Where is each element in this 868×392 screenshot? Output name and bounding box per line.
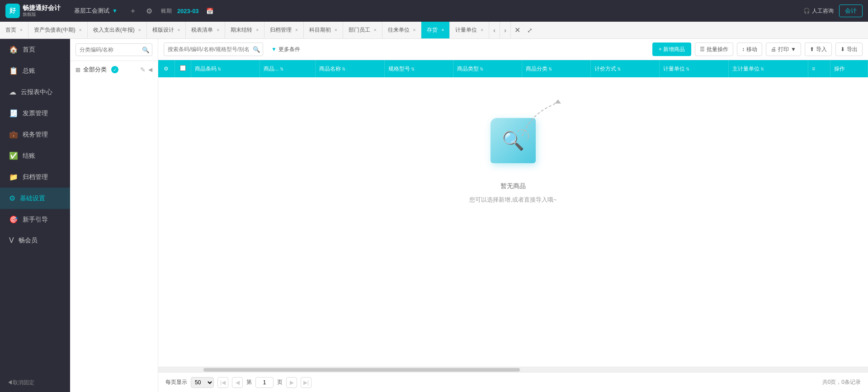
tab-period-close[interactable]: × xyxy=(256,28,259,33)
tab-income-close[interactable]: × xyxy=(138,28,141,33)
logo-area: 好 畅捷通好会计 旗舰版 xyxy=(5,4,69,18)
sort-barcode-icon[interactable]: ⇅ xyxy=(217,66,221,71)
tab-balance-label: 资产负债表(中期) xyxy=(34,26,75,34)
th-spec[interactable]: 规格型号⇅ xyxy=(384,60,453,77)
tab-partner-close[interactable]: × xyxy=(413,28,416,33)
sort-unit-icon[interactable]: ⇅ xyxy=(686,66,689,71)
search-icon-button[interactable]: 🔍 xyxy=(253,46,260,53)
tab-balance[interactable]: 资产负债表(中期) × xyxy=(28,22,88,39)
select-all-checkbox[interactable] xyxy=(180,65,186,71)
move-button[interactable]: ↕ 移动 xyxy=(737,43,762,56)
sort-spec-icon[interactable]: ⇅ xyxy=(411,66,415,71)
tab-subject-close[interactable]: × xyxy=(335,28,337,33)
th-barcode[interactable]: 商品条码⇅ xyxy=(191,60,259,77)
category-edit-icon[interactable]: ✎ xyxy=(140,66,146,73)
import-button[interactable]: ⬆ 导入 xyxy=(805,43,832,56)
add-button[interactable]: ＋ xyxy=(127,5,139,17)
sidebar-item-home[interactable]: 🏠 首页 xyxy=(0,39,70,60)
account-button[interactable]: 会计 xyxy=(839,5,863,17)
sort-price-icon[interactable]: ⇅ xyxy=(617,66,621,71)
tab-tax-label: 税表清单 xyxy=(191,26,213,34)
per-page-select[interactable]: 50 100 200 xyxy=(191,377,214,388)
sidebar-tax-label: 税务管理 xyxy=(23,131,48,139)
prev-page-button[interactable]: ◀ xyxy=(232,377,243,388)
tab-period[interactable]: 期末结转 × xyxy=(225,22,264,39)
tab-next-button[interactable]: › xyxy=(500,22,511,39)
sidebar-item-guide[interactable]: 🎯 新手引导 xyxy=(0,209,70,230)
tab-home-label: 首页 xyxy=(5,26,16,34)
category-search-button[interactable]: 🔍 xyxy=(142,47,150,53)
tab-unit-close[interactable]: × xyxy=(481,28,483,33)
settings-icon[interactable]: ⚙ xyxy=(143,5,156,17)
calendar-icon[interactable]: 📅 xyxy=(206,8,213,14)
sidebar-item-member[interactable]: V 畅会员 xyxy=(0,230,70,251)
tab-template-close[interactable]: × xyxy=(178,28,180,33)
tab-close-all-button[interactable]: ✕ xyxy=(511,22,524,39)
tab-subject[interactable]: 科目期初 × xyxy=(304,22,343,39)
sidebar-item-report[interactable]: ☁ 云报表中心 xyxy=(0,81,70,103)
close-books-icon: ✅ xyxy=(9,151,18,160)
sort-type-icon[interactable]: ⇅ xyxy=(480,66,483,71)
tab-archive[interactable]: 归档管理 × xyxy=(264,22,304,39)
more-filter-button[interactable]: ▼ 更多条件 xyxy=(267,43,305,56)
th-price-mode[interactable]: 计价方式⇅ xyxy=(591,60,660,77)
th-main-unit[interactable]: 主计量单位⇅ xyxy=(728,60,808,77)
tab-inventory[interactable]: 存货 × xyxy=(421,22,450,39)
tab-inventory-close[interactable]: × xyxy=(441,28,444,33)
sort-code-icon[interactable]: ⇅ xyxy=(280,66,283,71)
first-page-button[interactable]: |◀ xyxy=(217,377,228,388)
next-page-button[interactable]: ▶ xyxy=(286,377,297,388)
tab-home-close[interactable]: × xyxy=(20,28,23,33)
tab-unit[interactable]: 计量单位 × xyxy=(450,22,489,39)
tab-expand-button[interactable]: ⤢ xyxy=(524,22,536,39)
tab-dept[interactable]: 部门员工 × xyxy=(343,22,382,39)
tab-tax-close[interactable]: × xyxy=(217,28,219,33)
sidebar-item-close[interactable]: ✅ 结账 xyxy=(0,145,70,166)
left-panel: 🔍 ⊞ 全部分类 ✓ ✎ ◀ xyxy=(70,39,158,392)
print-button[interactable]: 🖨 打印 ▼ xyxy=(766,43,801,56)
company-selector[interactable]: 基层工会测试 ▼ xyxy=(74,7,118,15)
tab-balance-close[interactable]: × xyxy=(79,28,82,33)
sort-munit-icon[interactable]: ⇅ xyxy=(760,66,764,71)
tab-template[interactable]: 模版设计 × xyxy=(147,22,186,39)
sidebar-unpin[interactable]: ◀取消固定 xyxy=(0,373,70,392)
th-settings[interactable]: ⚙ xyxy=(158,60,175,77)
sidebar-close-label: 结账 xyxy=(23,152,35,160)
sort-cat-icon[interactable]: ⇅ xyxy=(548,66,552,71)
last-page-button[interactable]: ▶| xyxy=(301,377,311,388)
th-more[interactable]: ≡ xyxy=(808,60,830,77)
tab-prev-button[interactable]: ‹ xyxy=(489,22,500,39)
sort-name-icon[interactable]: ⇅ xyxy=(342,66,345,71)
tab-dept-close[interactable]: × xyxy=(374,28,377,33)
tab-template-label: 模版设计 xyxy=(152,26,174,34)
th-category[interactable]: 商品分类⇅ xyxy=(522,60,590,77)
consult-button[interactable]: 🎧 人工咨询 xyxy=(803,7,834,15)
th-checkbox[interactable] xyxy=(175,60,191,77)
tab-income[interactable]: 收入支出表(年报) × xyxy=(88,22,147,39)
tab-home[interactable]: 首页 × xyxy=(0,22,28,39)
move-icon: ↕ xyxy=(742,46,745,52)
tab-partner[interactable]: 往来单位 × xyxy=(382,22,422,39)
category-search-input[interactable] xyxy=(75,43,152,56)
page-input[interactable] xyxy=(255,377,274,388)
tab-inventory-label: 存货 xyxy=(427,26,438,34)
sidebar-item-invoice[interactable]: 🧾 发票管理 xyxy=(0,103,70,124)
batch-ops-button[interactable]: ☰ 批量操作 xyxy=(695,43,733,56)
th-price-mode-label: 计价方式 xyxy=(594,66,616,72)
add-product-button[interactable]: + 新增商品 xyxy=(652,43,691,56)
sidebar-item-tax[interactable]: 💼 税务管理 xyxy=(0,124,70,145)
tab-tax[interactable]: 税表清单 × xyxy=(186,22,225,39)
scrollbar-thumb[interactable] xyxy=(203,368,520,372)
export-button[interactable]: ⬇ 导出 xyxy=(835,43,863,56)
th-name[interactable]: 商品名称⇅ xyxy=(316,60,384,77)
th-code[interactable]: 商品...⇅ xyxy=(259,60,316,77)
sidebar-item-ledger[interactable]: 📋 总账 xyxy=(0,60,70,81)
table-scrollbar[interactable] xyxy=(158,367,868,372)
sidebar-item-archive[interactable]: 📁 归档管理 xyxy=(0,166,70,188)
all-category-item[interactable]: ⊞ 全部分类 ✓ ✎ ◀ xyxy=(70,61,158,78)
th-unit[interactable]: 计量单位⇅ xyxy=(660,60,728,77)
tab-archive-close[interactable]: × xyxy=(295,28,298,33)
search-input[interactable] xyxy=(164,43,263,56)
sidebar-item-basic[interactable]: ⚙ 基础设置 xyxy=(0,188,70,209)
th-type[interactable]: 商品类型⇅ xyxy=(453,60,522,77)
